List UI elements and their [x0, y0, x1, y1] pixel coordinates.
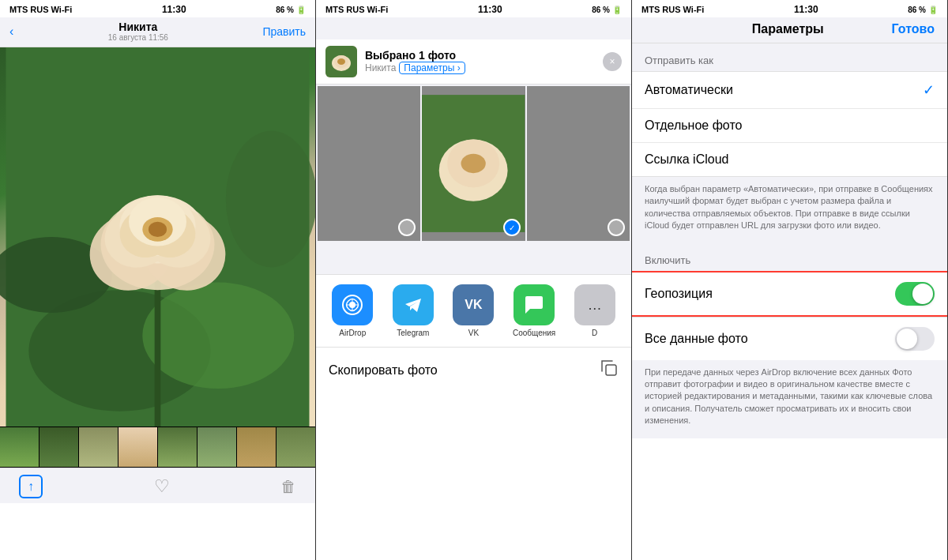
svg-rect-28	[606, 365, 616, 375]
messages-icon	[514, 284, 555, 325]
check-circle-1	[398, 219, 416, 236]
carrier-2: MTS RUS Wi-Fi	[325, 5, 388, 14]
option-auto-label: Автоматически	[645, 83, 733, 97]
messages-label: Сообщения	[513, 329, 555, 337]
title-block-1: Никита 16 августа 11:56	[108, 21, 168, 42]
share-title: Выбрано 1 фото	[365, 49, 595, 62]
option-icloud[interactable]: Ссылка iCloud	[632, 143, 947, 176]
telegram-icon	[393, 284, 434, 325]
svg-point-27	[349, 302, 356, 308]
battery-icon-1: 🔋	[296, 6, 306, 14]
edit-button-1[interactable]: Править	[262, 25, 306, 38]
thumb-7[interactable]	[237, 427, 276, 467]
telegram-label: Telegram	[397, 329, 429, 337]
more-dots: …	[588, 297, 602, 314]
photo-grid: ✓	[316, 85, 631, 242]
copy-photo-row[interactable]: Скопировать фото	[316, 347, 631, 393]
thumb-2[interactable]	[40, 427, 78, 467]
thumb-5[interactable]	[158, 427, 197, 467]
thumb-1[interactable]	[0, 427, 39, 467]
grid-rose-image	[422, 86, 525, 241]
auto-checkmark: ✓	[923, 81, 935, 99]
airdrop-symbol	[340, 293, 364, 317]
option-auto[interactable]: Автоматически ✓	[632, 72, 947, 109]
vk-label: VK	[468, 329, 479, 337]
thumb-4[interactable]	[118, 427, 157, 467]
trash-button[interactable]: 🗑	[280, 478, 296, 496]
share-header: Выбрано 1 фото Никита Параметры › ×	[316, 39, 631, 85]
more-label: D	[592, 329, 597, 337]
share-album-name: Никита	[365, 62, 396, 73]
album-subtitle-1: 16 августа 11:56	[108, 33, 168, 42]
battery-2: 86 % 🔋	[592, 6, 622, 14]
copy-symbol	[600, 359, 619, 378]
heart-button[interactable]: ♡	[154, 476, 170, 497]
time-3: 11:30	[794, 4, 818, 15]
share-button[interactable]: ↑	[19, 475, 43, 498]
share-thumb-mini	[325, 46, 357, 77]
send-as-description: Когда выбран параметр «Автоматически», п…	[632, 177, 947, 243]
thumb-3[interactable]	[79, 427, 118, 467]
time-1: 11:30	[162, 4, 186, 15]
album-title-1: Никита	[108, 21, 168, 33]
close-button[interactable]: ×	[603, 52, 622, 71]
vk-icon: VK	[453, 284, 494, 325]
battery-1: 86 % 🔋	[276, 6, 306, 14]
close-icon: ×	[609, 56, 615, 67]
spacer-gray	[316, 242, 631, 274]
telegram-symbol	[401, 293, 425, 317]
app-messages[interactable]: Сообщения	[504, 284, 565, 337]
check-circle-2: ✓	[503, 219, 521, 236]
all-data-toggle[interactable]	[895, 327, 935, 351]
include-section-title: Включить	[632, 243, 947, 271]
rose-image	[0, 47, 315, 427]
app-vk[interactable]: VK VK	[443, 284, 504, 337]
bottom-bar-1: ↑ ♡ 🗑	[0, 468, 315, 503]
main-photo	[0, 47, 315, 427]
more-icon: …	[574, 284, 615, 325]
back-button-1[interactable]: ‹	[9, 24, 13, 39]
messages-symbol	[522, 293, 546, 317]
carrier-1: MTS RUS Wi-Fi	[9, 5, 72, 14]
svg-point-4	[226, 131, 315, 268]
option-icloud-label: Ссылка iCloud	[645, 152, 728, 167]
thumbnail-strip	[0, 427, 315, 468]
all-data-row: Все данные фото	[632, 317, 947, 360]
all-data-description: При передаче данных через AirDrop включе…	[632, 360, 947, 438]
option-photo[interactable]: Отдельное фото	[632, 109, 947, 143]
option-photo-label: Отдельное фото	[645, 118, 742, 133]
copy-icon	[600, 359, 619, 381]
all-data-label: Все данные фото	[645, 332, 748, 346]
battery-label-3: 86 %	[908, 6, 926, 14]
app-airdrop[interactable]: AirDrop	[322, 284, 383, 337]
phone-3: MTS RUS Wi-Fi 11:30 86 % 🔋 Параметры Гот…	[632, 0, 948, 560]
phone-1: MTS RUS Wi-Fi 11:30 86 % 🔋 ‹ Никита 16 а…	[0, 0, 316, 560]
battery-icon-2: 🔋	[612, 6, 622, 14]
status-bar-2: MTS RUS Wi-Fi 11:30 86 % 🔋	[316, 0, 631, 17]
airdrop-label: AirDrop	[339, 329, 366, 337]
done-button[interactable]: Готово	[892, 22, 935, 36]
check-circle-3	[608, 219, 625, 236]
settings-nav: Параметры Готово	[632, 17, 947, 43]
chevron-left-icon: ‹	[9, 24, 13, 39]
carrier-3: MTS RUS Wi-Fi	[641, 5, 704, 14]
status-bar-3: MTS RUS Wi-Fi 11:30 86 % 🔋	[632, 0, 947, 17]
grid-photo-3[interactable]	[527, 86, 630, 241]
geo-row: Геопозиция	[632, 271, 947, 317]
time-2: 11:30	[478, 4, 502, 15]
params-button[interactable]: Параметры ›	[399, 62, 465, 74]
grid-photo-1[interactable]	[318, 86, 420, 241]
thumb-8[interactable]	[276, 427, 315, 467]
geo-toggle[interactable]	[895, 282, 935, 306]
vk-text: VK	[465, 298, 482, 312]
app-more[interactable]: … D	[564, 284, 625, 337]
send-as-section-title: Отправить как	[632, 43, 947, 71]
phone-2: MTS RUS Wi-Fi 11:30 86 % 🔋 Выбрано 1 фот…	[316, 0, 632, 560]
share-thumb-rose	[325, 46, 357, 77]
thumb-6[interactable]	[198, 427, 236, 467]
app-telegram[interactable]: Telegram	[383, 284, 444, 337]
airdrop-icon	[332, 284, 373, 325]
settings-title: Параметры	[752, 22, 824, 36]
battery-label-2: 86 %	[592, 6, 610, 14]
grid-photo-2[interactable]: ✓	[422, 86, 525, 241]
